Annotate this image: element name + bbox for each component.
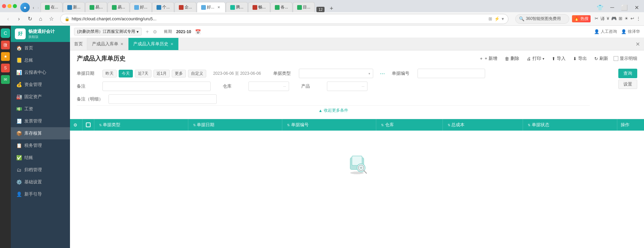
window-close-btn[interactable] [2, 4, 6, 8]
table-col-status[interactable]: ⇅ 单据状态 [523, 119, 617, 131]
sidebar-item-reports[interactable]: 📊 云报表中心 [11, 66, 70, 78]
content-close-btn[interactable]: ✕ [631, 41, 644, 47]
flash-icon[interactable]: ⚡ [494, 16, 500, 21]
scissors-icon[interactable]: ✂ [595, 16, 598, 22]
tab-9[interactable]: 腾... [226, 2, 248, 12]
tab-12[interactable]: 目... [293, 2, 315, 12]
company-settings-icon[interactable]: ⚙ [153, 29, 157, 35]
tab-10[interactable]: 畅... [248, 2, 270, 12]
tab-11[interactable]: 各... [270, 2, 292, 12]
user-profile-btn[interactable]: 👤 徐泽华 [621, 29, 640, 35]
window-minimize-btn[interactable] [7, 4, 11, 8]
layout-icon[interactable]: ⊞ [619, 16, 622, 22]
window-close-x-icon[interactable]: ✕ [632, 3, 641, 12]
tab-list[interactable]: 产成品入库单 ✕ [87, 38, 128, 50]
sidebar-item-fixed[interactable]: 🏭 固定资产 [11, 91, 70, 103]
warehouse-select[interactable]: ··· [248, 82, 289, 91]
app-logo-icon[interactable]: C [1, 28, 10, 38]
import-btn[interactable]: ⬆ 导入 [550, 54, 568, 63]
tab-4[interactable]: 易... [108, 2, 129, 12]
date-btn-yesterday[interactable]: 昨天 [102, 70, 117, 77]
table-col-warehouse[interactable]: ⇅ 仓库 [376, 119, 443, 131]
tab-3[interactable]: 易... [85, 2, 107, 12]
table-col-date[interactable]: ⇅ 单据日期 [188, 119, 282, 131]
tab-5[interactable]: 好... [130, 2, 152, 12]
date-btn-today[interactable]: 今天 [119, 70, 133, 77]
add-btn[interactable]: ＋ + 新增 [477, 54, 499, 63]
sidebar-item-newentry[interactable]: 👤 新手引导 [11, 188, 70, 200]
tab-history[interactable]: 产成品入库单历史 ✕ [128, 38, 178, 50]
tab-8-close-btn[interactable]: ✕ [216, 5, 221, 10]
more-icon[interactable]: ⋮ [636, 16, 641, 22]
dropdown-arrow-icon[interactable]: ▾ [502, 16, 504, 21]
sidebar-item-home[interactable]: 🏠 首页 [11, 42, 70, 54]
company-selector[interactable]: (勿删勿禁用）江西服宝测试专用 ▾ [74, 28, 142, 36]
tab-count-badge[interactable]: 12 [316, 7, 325, 12]
tab-1[interactable]: 在... [41, 2, 63, 12]
filter-settings-btn[interactable]: 设置 [618, 80, 637, 89]
sidebar-item-funds[interactable]: 💰 资金管理 [11, 78, 70, 91]
new-tab-btn[interactable]: + [327, 5, 335, 12]
search-bar[interactable]: 🔍 360智能抠图免费用 [515, 14, 569, 24]
home-breadcrumb-tab[interactable]: 首页 [70, 38, 87, 50]
nav-refresh-btn[interactable]: ↻ [25, 14, 34, 24]
print-btn[interactable]: 🖨 打印 ▾ [525, 54, 546, 63]
nav-bookmark-btn[interactable]: ☆ [47, 14, 56, 24]
grid-icon[interactable]: ⊞ [488, 16, 492, 21]
table-select-all-checkbox[interactable] [86, 122, 91, 127]
window-shirt-icon[interactable]: 👕 [595, 3, 605, 12]
address-bar[interactable]: 🔒 https://cloud.chanjet.com/accounting/u… [60, 14, 508, 24]
window-maximize-btn[interactable] [13, 4, 17, 8]
nav-back-btn[interactable]: ‹ [3, 14, 13, 24]
tab-8-active[interactable]: 好... ✕ [197, 2, 225, 12]
nav-home-btn[interactable]: ⌂ [36, 14, 45, 24]
nav-forward-btn[interactable]: › [14, 14, 24, 24]
collapse-bar[interactable]: ▲ 收起更多条件 [77, 105, 590, 115]
table-col-cost[interactable]: ⇅ 总成本 [443, 119, 523, 131]
note-detail-input[interactable] [109, 94, 217, 104]
note-filter-input[interactable] [102, 82, 211, 91]
table-gear-col[interactable]: ⚙ [70, 119, 82, 131]
date-btn-7days[interactable]: 近7天 [135, 70, 151, 77]
translate-icon[interactable]: 译 [600, 16, 605, 22]
date-btn-more[interactable]: 更多 [172, 70, 186, 77]
date-btn-custom[interactable]: 自定义 [188, 70, 206, 77]
sidebar-item-salary[interactable]: 💵 工资 [11, 103, 70, 115]
game-icon[interactable]: 🎮 [611, 16, 617, 22]
window-restore-icon[interactable]: ⬜ [620, 3, 629, 12]
user-service-btn[interactable]: 👤 人工咨询 [594, 29, 617, 35]
tab-list-close-btn[interactable]: ✕ [120, 42, 123, 46]
sidebar-item-invoice[interactable]: 🧾 发票管理 [11, 115, 70, 127]
brightness-icon[interactable]: ☀ [624, 16, 628, 22]
table-gear-icon[interactable]: ⚙ [73, 122, 77, 128]
sidebar-item-ledger[interactable]: 📒 总账 [11, 54, 70, 66]
table-checkbox-col[interactable] [82, 119, 94, 131]
nav-back-tab[interactable]: ‹ [31, 3, 36, 12]
calendar-icon[interactable]: 📅 [195, 29, 201, 35]
sidebar-item-basic[interactable]: ⚙️ 基础设置 [11, 176, 70, 188]
sidebar-item-tax[interactable]: 📋 税务管理 [11, 139, 70, 152]
delete-btn[interactable]: 🗑 删除 [503, 54, 521, 63]
type-ellipsis-btn[interactable]: ··· [379, 70, 386, 77]
weibo-icon[interactable]: 微 [1, 41, 10, 49]
hot-search-badge[interactable]: 🔥 热搜 [572, 15, 590, 22]
table-col-type[interactable]: ⇅ 单据类型 [94, 119, 188, 131]
tab-6[interactable]: 个... [152, 2, 174, 12]
query-btn[interactable]: 查询 [618, 69, 637, 78]
sidebar-item-archive[interactable]: 🗂 归档管理 [11, 164, 70, 176]
sidebar-item-inventory[interactable]: 📦 库存核算 [11, 127, 70, 139]
date-btn-1month[interactable]: 近1月 [153, 70, 170, 77]
star-sidebar-icon[interactable]: ★ [1, 52, 10, 61]
refresh-btn[interactable]: ↻ 刷新 [592, 54, 610, 63]
display-checkbox[interactable] [614, 56, 618, 61]
tab-2[interactable]: 新... [63, 2, 85, 12]
sina-icon[interactable]: S [1, 64, 10, 72]
export-btn[interactable]: ⬇ 导出 [571, 54, 589, 63]
tab-history-close-btn[interactable]: ✕ [170, 42, 173, 46]
window-minimize-icon[interactable]: ─ [607, 3, 617, 12]
sidebar-item-checkout[interactable]: ✅ 结账 [11, 152, 70, 164]
undo-icon[interactable]: ↩ [630, 16, 634, 22]
mail-icon[interactable]: ✉ [1, 75, 10, 84]
currency-icon[interactable]: ¥ [607, 16, 609, 22]
product-select[interactable]: ··· [327, 82, 367, 91]
